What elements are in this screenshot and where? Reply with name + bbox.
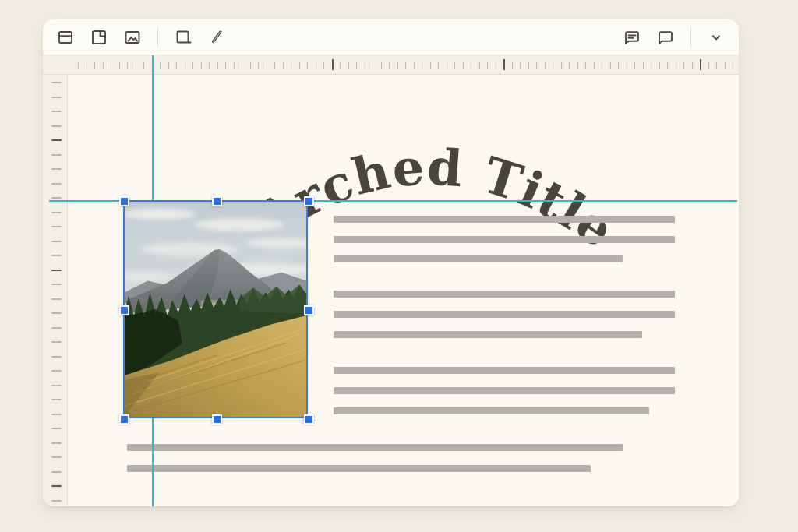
resize-handle[interactable] [119,414,129,425]
horizontal-ruler[interactable] [43,55,739,75]
resize-handle[interactable] [119,305,129,315]
chevron-down-icon [707,28,726,47]
pen-tool-icon [207,28,226,47]
text-line-placeholder[interactable] [334,311,675,318]
toolbar [43,19,739,55]
text-line-placeholder[interactable] [334,407,649,414]
text-line-placeholder[interactable] [334,216,675,223]
text-line-placeholder[interactable] [334,291,675,298]
comments-button[interactable] [620,26,644,49]
mountain-landscape-photo[interactable] [125,202,306,417]
text-line-placeholder[interactable] [334,367,675,374]
text-line-placeholder[interactable] [334,255,623,262]
page-element-button[interactable] [87,26,111,49]
frame-tool-icon [174,28,192,47]
insert-image-icon [123,28,142,47]
layout-rows-button[interactable] [54,26,77,49]
resize-handle[interactable] [212,414,222,425]
frame-tool-button[interactable] [171,26,195,49]
text-line-placeholder[interactable] [127,465,591,472]
resize-handle[interactable] [119,196,129,206]
toolbar-left-group [54,26,228,49]
new-comment-button[interactable] [654,26,677,49]
text-line-placeholder[interactable] [334,236,675,243]
insert-image-button[interactable] [121,26,144,49]
vertical-ruler[interactable] [43,75,68,506]
editor-window: Arched Title [43,19,739,506]
new-comment-icon [656,28,675,47]
resize-handle[interactable] [212,196,222,206]
resize-handle[interactable] [304,305,314,315]
toolbar-right-group [620,26,728,49]
page-element-icon [90,28,108,47]
collapse-toolbar-button[interactable] [704,26,728,49]
text-line-placeholder[interactable] [127,444,623,451]
resize-handle[interactable] [304,414,314,425]
toolbar-divider [690,27,691,47]
pen-tool-button[interactable] [205,26,228,49]
resize-handle[interactable] [304,196,314,206]
comments-icon [623,28,641,47]
layout-rows-icon [56,28,75,47]
text-line-placeholder[interactable] [334,387,675,394]
toolbar-divider [157,27,158,47]
selected-image-frame[interactable] [123,200,308,418]
text-line-placeholder[interactable] [334,331,642,338]
